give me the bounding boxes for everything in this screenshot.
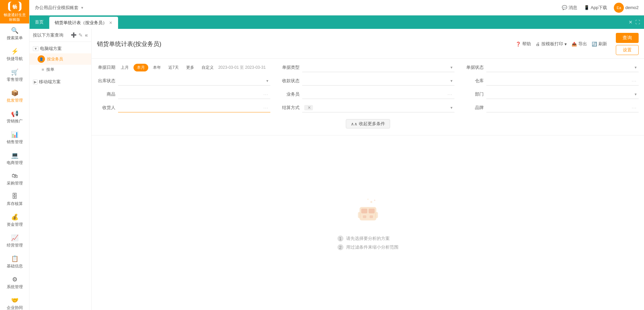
message-button[interactable]: 💬 消息 <box>562 5 577 11</box>
settings-button[interactable]: 设置 <box>616 45 639 55</box>
warehouse-more-icon[interactable]: ··· <box>632 78 637 84</box>
settlement-clear-icon[interactable]: ✕ <box>308 105 311 110</box>
goods-select[interactable]: ··· <box>118 90 270 99</box>
doc-type-caret: ▾ <box>450 65 452 70</box>
receiver-more-icon[interactable]: ··· <box>263 105 268 110</box>
settlement-select[interactable]: ✕ ▾ <box>302 103 454 112</box>
user-avatar: Ea <box>614 3 624 13</box>
svg-point-10 <box>374 200 375 201</box>
user-menu-button[interactable]: Ea demo2 <box>614 3 639 13</box>
export-button[interactable]: 📤 导出 <box>572 41 587 47</box>
lightning-icon: ⚡ <box>11 48 18 55</box>
empty-state: 1 请先选择要分析的方案 2 用过滤条件来缩小分析范围 <box>92 136 644 310</box>
doc-status-select[interactable]: ▾ <box>486 63 639 72</box>
sidebar-item-search[interactable]: 🔍 搜索菜单 <box>0 23 29 44</box>
sidebar-item-wholesale[interactable]: 📦 批发管理 <box>0 86 29 107</box>
date-btn-more[interactable]: 更多 <box>183 64 197 71</box>
date-filter-controls: 上月 本月 本年 近7天 更多 自定义 2023-03-01 至 2023-03… <box>118 64 266 71</box>
salesperson-more-icon[interactable]: ··· <box>447 92 452 97</box>
scheme-group-desktop-header[interactable]: ▼ 电脑端方案 <box>30 44 91 53</box>
help-button[interactable]: ❓ 帮助 <box>516 41 531 47</box>
svg-rect-7 <box>358 212 361 218</box>
doc-type-label: 单据类型 <box>281 64 300 70</box>
sidebar-label-wholesale: 批发管理 <box>7 98 23 103</box>
tab-fullscreen-icon[interactable]: ⛶ <box>635 19 640 25</box>
svg-rect-3 <box>361 209 367 213</box>
sidebar-logo: 畅 畅捷通好生意 标账版 <box>0 0 30 23</box>
sidebar-item-system[interactable]: ⚙ 系统管理 <box>0 272 29 293</box>
collapse-filters-button[interactable]: ∧∧ 收起更多条件 <box>346 119 390 128</box>
sidebar-item-finance[interactable]: 💰 资金管理 <box>0 210 29 231</box>
collapse-label: 收起更多条件 <box>359 121 385 127</box>
date-btn-7days[interactable]: 近7天 <box>166 64 181 71</box>
collapse-panel-icon[interactable]: « <box>85 32 88 38</box>
date-btn-this-year[interactable]: 本年 <box>150 64 164 71</box>
cart-icon: 🛒 <box>11 68 18 76</box>
sidebar-item-purchase[interactable]: 🛍 采购管理 <box>0 169 29 190</box>
laptop-icon: 💻 <box>11 152 18 159</box>
sidebar-item-operations[interactable]: 📈 经营管理 <box>0 231 29 252</box>
hint-num-1: 1 <box>337 236 343 242</box>
sidebar-item-sales[interactable]: 📊 销售管理 <box>0 127 29 148</box>
scheme-item-by-salesperson[interactable]: 👤 按业务员 <box>30 53 91 65</box>
receiver-label: 收货人 <box>97 105 115 111</box>
scheme-item-by-order[interactable]: ≡ 按单 <box>30 65 91 74</box>
doc-status-label: 单据状态 <box>465 64 484 70</box>
export-label: 导出 <box>578 41 587 47</box>
sidebar-label-purchase: 采购管理 <box>7 180 23 186</box>
tab-sales-stat[interactable]: 销货单统计表（按业务员） ✕ <box>49 17 118 29</box>
export-icon: 📤 <box>572 42 577 47</box>
message-label: 消息 <box>569 5 577 11</box>
date-btn-custom[interactable]: 自定义 <box>199 64 216 71</box>
refresh-button[interactable]: 🔄 刷新 <box>592 41 607 47</box>
salesperson-select[interactable]: ··· <box>302 90 454 99</box>
hint-num-2: 2 <box>337 244 343 250</box>
receiver-input[interactable]: ··· <box>118 103 270 112</box>
svg-text:畅: 畅 <box>12 4 17 9</box>
brand-more-icon[interactable]: ··· <box>632 105 637 110</box>
sidebar-item-shortcuts[interactable]: ⚡ 快捷导航 <box>0 44 29 65</box>
tabs-bar-right: ✕ ⛶ <box>629 19 644 25</box>
sidebar-item-ecommerce[interactable]: 💻 电商管理 <box>0 148 29 169</box>
sidebar-item-inventory[interactable]: 🗄 库存核算 <box>0 190 29 210</box>
goods-more-icon[interactable]: ··· <box>263 92 268 97</box>
payment-status-caret: ▾ <box>450 79 452 83</box>
svg-rect-4 <box>369 209 375 213</box>
department-select[interactable]: ▾ <box>486 90 639 99</box>
tab-close-all-icon[interactable]: ✕ <box>629 19 633 25</box>
main-area: 办公用品行业模拟账套 ▾ 💬 消息 📱 App下载 Ea demo2 首页 <box>30 0 644 310</box>
add-scheme-icon[interactable]: ➕ <box>71 32 76 38</box>
print-button[interactable]: 🖨 按模板打印 ▾ <box>536 41 567 47</box>
doc-type-select[interactable]: ▾ <box>302 63 454 72</box>
date-btn-this-month[interactable]: 本月 <box>133 64 148 71</box>
query-button[interactable]: 查询 <box>616 33 639 43</box>
tab-close-icon[interactable]: ✕ <box>109 20 112 25</box>
user-name-label: demo2 <box>625 5 639 10</box>
scheme-group-mobile-header[interactable]: ▶ 移动端方案 <box>30 77 91 87</box>
sidebar-item-retail[interactable]: 🛒 零售管理 <box>0 65 29 86</box>
scheme-salesperson-label: 按业务员 <box>47 56 63 62</box>
tab-home[interactable]: 首页 <box>30 15 49 29</box>
page-title: 销货单统计表(按业务员) <box>97 40 161 48</box>
filter-item-settlement: 结算方式 ✕ ▾ <box>281 103 454 112</box>
date-btn-last-month[interactable]: 上月 <box>118 64 131 71</box>
payment-status-label: 收款状态 <box>281 78 300 84</box>
out-status-select[interactable]: ▾ <box>118 76 270 86</box>
date-filter-label: 单据日期 <box>97 64 115 70</box>
filter-row-1: 单据日期 上月 本月 本年 近7天 更多 自定义 2023-03-01 至 20… <box>97 63 639 72</box>
print-label: 按模板打印 <box>541 41 563 47</box>
message-icon: 💬 <box>562 5 567 10</box>
warehouse-select[interactable]: ··· <box>486 76 639 86</box>
tabs-bar: 首页 销货单统计表（按业务员） ✕ ✕ ⛶ <box>30 15 644 29</box>
brand-select[interactable]: ··· <box>486 103 639 112</box>
edit-scheme-icon[interactable]: ✎ <box>78 32 83 38</box>
sidebar-item-marketing[interactable]: 📢 营销推广 <box>0 107 29 127</box>
title-dropdown-icon[interactable]: ▾ <box>81 5 83 10</box>
department-label: 部门 <box>465 91 484 97</box>
filter-item-receiver: 收货人 ··· <box>97 103 270 112</box>
sidebar-item-collab[interactable]: 🤝 企业协同 <box>0 293 29 310</box>
print-dropdown-icon[interactable]: ▾ <box>565 42 567 47</box>
payment-status-select[interactable]: ▾ <box>302 76 454 86</box>
sidebar-item-basic-info[interactable]: 📋 基础信息 <box>0 252 29 272</box>
app-download-button[interactable]: 📱 App下载 <box>584 5 607 11</box>
